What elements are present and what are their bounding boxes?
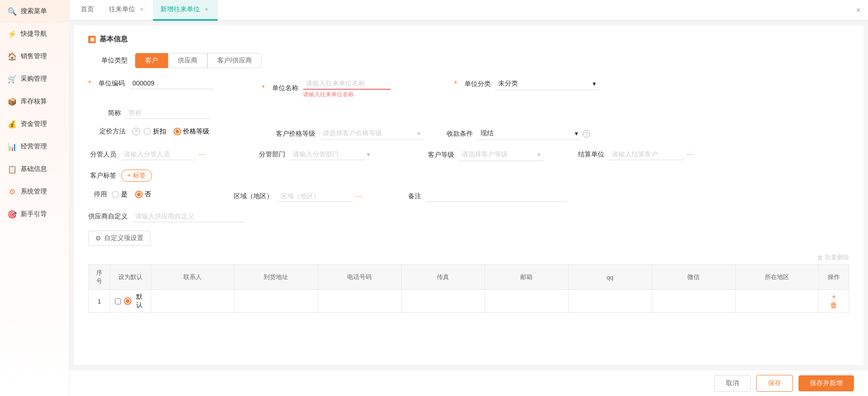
dept-arrow: ▾: [367, 151, 370, 158]
purchase-icon: 🛒: [8, 74, 17, 84]
dept-label: 分管部门: [257, 150, 290, 159]
cancel-button[interactable]: 取消: [714, 375, 751, 392]
fax-input[interactable]: [406, 298, 480, 305]
shortname-input[interactable]: [126, 107, 210, 119]
dept-input[interactable]: [290, 148, 365, 160]
customer-level-placeholder: 请选择客户等级: [462, 150, 508, 159]
field-dept: 分管部门 ▾: [257, 148, 417, 160]
operation-icon: 📊: [8, 142, 17, 151]
name-input[interactable]: [303, 78, 391, 90]
default-radio[interactable]: 默认: [124, 293, 146, 310]
bottom-bar: 取消 保存 保存并新增: [69, 370, 868, 396]
pricelevel-radio-circle: [174, 128, 181, 135]
table-row: 1 默认: [89, 290, 849, 313]
field-settlement: 结算单位 ···: [576, 148, 736, 160]
tab-new-partner-label: 新增往来单位: [160, 5, 200, 14]
disabled-radio-no[interactable]: 否: [135, 190, 151, 199]
email-input[interactable]: [490, 298, 563, 305]
pricing-radio-discount[interactable]: 折扣: [144, 127, 166, 136]
sidebar-item-guide[interactable]: 🎯 新手引导: [0, 203, 69, 225]
sidebar-item-search[interactable]: 🔍 搜索菜单: [0, 0, 69, 23]
contact-input[interactable]: [156, 298, 229, 305]
manager-input[interactable]: [121, 148, 196, 160]
window-close-button[interactable]: ×: [856, 6, 860, 15]
tab-home[interactable]: 首页: [73, 0, 101, 21]
row-disabled-region: 停用 是 否 区域（地区） ···: [88, 190, 849, 202]
sidebar-label-finance: 资金管理: [21, 120, 47, 128]
cell-phone: [318, 290, 401, 313]
tab-new-partner[interactable]: 新增往来单位 ×: [153, 0, 218, 21]
region-label: 区域（地区）: [234, 192, 278, 201]
add-tag-button[interactable]: + 标签: [121, 170, 152, 182]
field-payment: 收款条件 现结 ▾ ?: [445, 127, 604, 140]
settlement-input[interactable]: [609, 148, 684, 160]
supplier-custom-input[interactable]: [132, 210, 245, 222]
payment-select[interactable]: 现结 ▾: [478, 127, 581, 140]
weixin-input[interactable]: [657, 298, 731, 305]
type-btn-supplier[interactable]: 供应商: [168, 53, 207, 68]
save-new-button[interactable]: 保存并新增: [799, 375, 854, 391]
customer-level-select[interactable]: 请选择客户等级 ▾: [459, 148, 543, 161]
customer-price-label: 客户价格等级: [276, 130, 320, 138]
settlement-more-btn[interactable]: ···: [684, 150, 696, 159]
col-action: 操作: [819, 265, 849, 290]
row-add-button[interactable]: +: [830, 293, 838, 301]
discount-radio-circle: [144, 128, 151, 135]
type-btn-both[interactable]: 客户/供应商: [207, 53, 262, 68]
pricing-radio-pricelevel[interactable]: 价格等级: [174, 127, 209, 136]
customer-price-placeholder: 请选择客户价格等级: [323, 129, 382, 138]
pricing-radio-group: 折扣 价格等级: [144, 127, 209, 136]
region-more-btn[interactable]: ···: [353, 192, 365, 201]
unit-type-label: 单位类型: [88, 56, 135, 65]
cell-contact: [151, 290, 235, 313]
pricing-help-icon[interactable]: ?: [132, 128, 140, 135]
row-checkbox[interactable]: [115, 298, 121, 304]
inventory-icon: 📦: [8, 97, 17, 106]
type-btn-customer[interactable]: 客户: [135, 53, 168, 68]
sidebar-item-quick-nav[interactable]: ⚡ 快捷导航: [0, 23, 69, 45]
category-required-star: *: [454, 80, 457, 88]
sidebar: 🔍 搜索菜单 ⚡ 快捷导航 🏠 销售管理 🛒 采购管理 📦 库存核算 💰 资金管…: [0, 0, 69, 396]
category-select[interactable]: 未分类 ▾: [495, 78, 599, 90]
qq-input[interactable]: [573, 298, 647, 305]
sidebar-item-finance[interactable]: 💰 资金管理: [0, 113, 69, 135]
address-input[interactable]: [239, 298, 313, 305]
cell-action: + 🗑: [819, 290, 849, 313]
field-customer-level: 客户等级 请选择客户等级 ▾: [426, 148, 567, 161]
field-manager: 分管人员 ···: [88, 148, 248, 160]
tab-bar: 首页 往来单位 × 新增往来单位 × ×: [69, 0, 868, 21]
col-default: 设为默认: [110, 265, 151, 290]
sidebar-item-sales[interactable]: 🏠 销售管理: [0, 45, 69, 68]
sidebar-item-system[interactable]: ⚙ 系统管理: [0, 180, 69, 203]
basicinfo-icon: 📋: [8, 164, 17, 174]
remark-input[interactable]: [426, 190, 567, 202]
finance-icon: 💰: [8, 119, 17, 129]
batch-delete-icon: 🗑: [817, 254, 823, 261]
cell-default: 默认: [110, 290, 151, 313]
sidebar-item-basic-info[interactable]: 📋 基础信息: [0, 158, 69, 180]
discount-label: 折扣: [153, 127, 166, 136]
table-body: 1 默认: [89, 290, 849, 313]
pricelevel-label: 价格等级: [183, 127, 209, 136]
row-delete-button[interactable]: 🗑: [828, 301, 839, 310]
row-shortname: 简称: [88, 107, 849, 119]
disabled-radio-yes[interactable]: 是: [112, 190, 128, 199]
sidebar-item-inventory[interactable]: 📦 库存核算: [0, 90, 69, 113]
save-button[interactable]: 保存: [756, 375, 793, 392]
tab-partners-close[interactable]: ×: [138, 6, 145, 13]
cell-region-input[interactable]: [740, 298, 814, 305]
phone-input[interactable]: [323, 298, 396, 305]
sidebar-item-purchase[interactable]: 🛒 采购管理: [0, 68, 69, 90]
payment-help-icon[interactable]: ?: [583, 130, 590, 138]
sidebar-item-operation[interactable]: 📊 经营管理: [0, 135, 69, 158]
custom-setting-button[interactable]: ⚙ 自定义项设置: [88, 231, 151, 246]
region-input[interactable]: [278, 190, 353, 202]
batch-delete-label[interactable]: 批量删除: [825, 253, 849, 262]
manager-more-btn[interactable]: ···: [196, 150, 208, 159]
sidebar-label-inventory: 库存核算: [21, 97, 47, 106]
name-label: 单位名称: [266, 84, 303, 93]
code-input[interactable]: [129, 78, 214, 89]
tab-partners[interactable]: 往来单位 ×: [101, 0, 153, 21]
tab-new-partner-close[interactable]: ×: [203, 6, 210, 13]
customer-price-select[interactable]: 请选择客户价格等级 ▾: [320, 127, 423, 140]
